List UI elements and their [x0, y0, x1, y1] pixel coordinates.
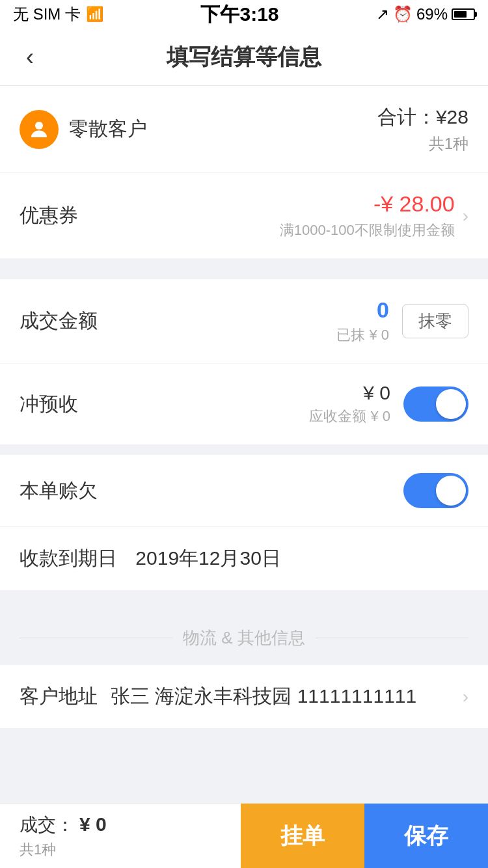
total-count: 共1种: [377, 133, 468, 154]
logistics-line-left: [20, 638, 172, 638]
due-date-value: 2019年12月30日: [135, 547, 280, 569]
svg-point-0: [35, 122, 43, 129]
due-date-row: 收款到期日 2019年12月30日: [0, 526, 488, 590]
coupon-amount: -¥ 28.00: [280, 191, 455, 217]
debt-row: 本单赊欠: [0, 455, 488, 526]
address-chevron-icon: ›: [463, 686, 468, 707]
prepay-sub: 应收金额 ¥ 0: [309, 407, 390, 426]
prepay-row: 冲预收 ¥ 0 应收金额 ¥ 0: [0, 364, 488, 444]
prepay-toggle[interactable]: [403, 387, 468, 422]
debt-section: 本单赊欠 收款到期日 2019年12月30日: [0, 455, 488, 590]
save-button[interactable]: 保存: [364, 804, 488, 868]
section-divider-1: [0, 269, 488, 279]
address-section: 客户地址 张三 海淀永丰科技园 11111111111 ›: [0, 665, 488, 728]
transaction-section: 成交金额 0 已抹 ¥ 0 抹零 冲预收 ¥ 0 应收金额 ¥ 0: [0, 279, 488, 444]
status-bar: 无 SIM 卡 📶 下午3:18 ↗ ⏰ 69%: [0, 0, 488, 29]
debt-label: 本单赊欠: [20, 478, 98, 504]
customer-row: 零散客户 合计：¥28 共1种: [0, 86, 488, 172]
status-carrier: 无 SIM 卡 📶: [13, 4, 103, 25]
footer-deal-label: 成交：: [20, 813, 74, 837]
toggle-knob: [436, 389, 466, 419]
logistics-line-right: [316, 638, 468, 638]
avatar: [20, 110, 59, 149]
round-zero-button[interactable]: 抹零: [402, 304, 468, 338]
logistics-label: 物流 & 其他信息: [183, 627, 305, 649]
debt-toggle-knob: [436, 476, 466, 506]
logistics-header: 物流 & 其他信息: [0, 611, 488, 665]
footer: 成交： ¥ 0 共1种 挂单 保存: [0, 803, 488, 868]
section-divider-2: [0, 444, 488, 455]
debt-toggle[interactable]: [403, 473, 468, 508]
address-value: 张三 海淀永丰科技园 11111111111: [111, 683, 463, 710]
transaction-label: 成交金额: [20, 308, 98, 334]
section-divider-3: [0, 601, 488, 611]
transaction-row: 成交金额 0 已抹 ¥ 0 抹零: [0, 279, 488, 364]
footer-deal-amount: ¥ 0: [79, 813, 107, 835]
back-button[interactable]: ‹: [20, 37, 40, 77]
coupon-chevron-icon: ›: [463, 206, 468, 226]
pending-button[interactable]: 挂单: [241, 804, 364, 868]
address-row[interactable]: 客户地址 张三 海淀永丰科技园 11111111111 ›: [0, 665, 488, 728]
prepay-label: 冲预收: [20, 391, 78, 418]
status-right: ↗ ⏰ 69%: [376, 5, 475, 23]
alarm-icon: ⏰: [393, 5, 413, 23]
nav-bar: ‹ 填写结算等信息: [0, 29, 488, 86]
coupon-label: 优惠券: [20, 202, 78, 229]
customer-section: 零散客户 合计：¥28 共1种 优惠券 -¥ 28.00 满1000-100不限…: [0, 86, 488, 258]
coupon-desc: 满1000-100不限制使用金额: [280, 221, 455, 240]
footer-info: 成交： ¥ 0 共1种: [0, 804, 241, 868]
footer-count: 共1种: [20, 840, 221, 860]
due-date-label: 收款到期日: [20, 547, 117, 569]
location-icon: ↗: [376, 5, 389, 23]
coupon-row[interactable]: 优惠券 -¥ 28.00 满1000-100不限制使用金额 ›: [0, 172, 488, 258]
transaction-sub: 已抹 ¥ 0: [336, 325, 389, 345]
wifi-icon: 📶: [86, 6, 103, 23]
transaction-value: 0: [377, 297, 389, 322]
address-label: 客户地址: [20, 683, 98, 710]
battery-percent: 69%: [416, 5, 448, 23]
customer-name: 零散客户: [69, 116, 147, 142]
prepay-amount: ¥ 0: [309, 382, 390, 404]
status-time: 下午3:18: [200, 1, 278, 28]
total-amount: 合计：¥28: [377, 104, 468, 131]
battery-indicator: [452, 8, 475, 20]
page-title: 填写结算等信息: [167, 42, 321, 72]
